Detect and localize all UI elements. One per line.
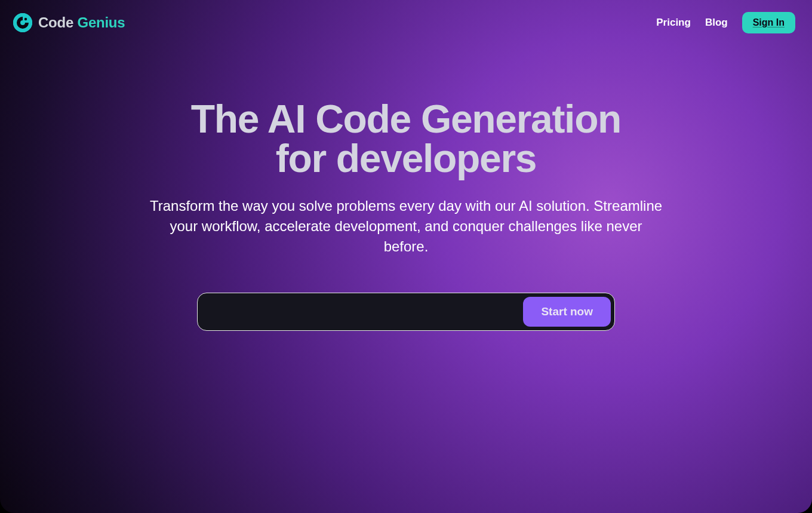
nav-link-blog[interactable]: Blog bbox=[705, 17, 728, 29]
nav: Pricing Blog Sign In bbox=[656, 12, 795, 33]
logo-text: Code Genius bbox=[38, 14, 125, 31]
hero-title-line1: The AI Code Generation bbox=[191, 97, 621, 141]
prompt-input-container: Start now bbox=[197, 293, 615, 331]
logo[interactable]: Code Genius bbox=[13, 13, 125, 32]
start-now-button[interactable]: Start now bbox=[523, 297, 611, 327]
sign-in-button[interactable]: Sign In bbox=[742, 12, 795, 33]
nav-link-pricing[interactable]: Pricing bbox=[656, 17, 691, 29]
page: Code Genius Pricing Blog Sign In The AI … bbox=[0, 0, 812, 513]
prompt-input[interactable] bbox=[210, 297, 516, 327]
logo-text-genius: Genius bbox=[73, 14, 125, 30]
hero-subtitle: Transform the way you solve problems eve… bbox=[146, 196, 666, 257]
header: Code Genius Pricing Blog Sign In bbox=[0, 0, 812, 45]
hero-title: The AI Code Generation for developers bbox=[0, 99, 812, 178]
hero-title-line2: for developers bbox=[276, 136, 536, 180]
logo-icon bbox=[13, 13, 32, 32]
hero-section: The AI Code Generation for developers Tr… bbox=[0, 45, 812, 331]
logo-text-code: Code bbox=[38, 14, 73, 30]
svg-point-1 bbox=[24, 18, 27, 20]
svg-point-0 bbox=[13, 13, 32, 32]
